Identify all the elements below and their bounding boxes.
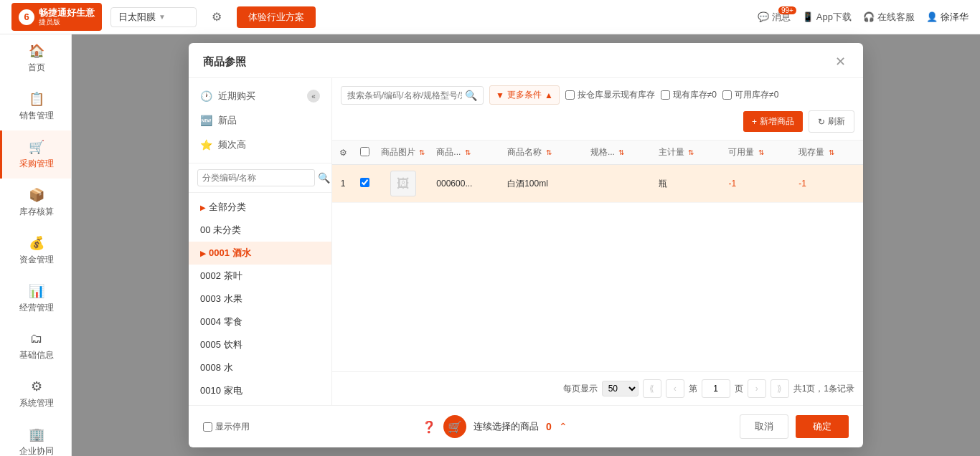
cancel-button[interactable]: 取消	[740, 414, 788, 439]
warehouse-checkbox[interactable]	[565, 90, 575, 100]
row-checkbox[interactable]	[360, 178, 369, 187]
sidebar-item-sales[interactable]: 📋 销售管理	[0, 82, 71, 130]
table-header-unit[interactable]: 主计量 ⇅	[653, 141, 723, 165]
store-name: 日太阳膜	[118, 11, 156, 24]
headset-icon: 🎧	[863, 11, 875, 22]
warehouse-checkbox-label[interactable]: 按仓库显示现有库存	[565, 89, 655, 101]
table-header-available[interactable]: 可用量 ⇅	[722, 141, 793, 165]
modal-title: 商品参照	[203, 55, 246, 69]
sidebar-item-inventory[interactable]: 📦 库存核算	[0, 179, 71, 227]
online-service-button[interactable]: 🎧 在线客服	[863, 11, 915, 24]
per-page-select[interactable]: 50 20 100	[602, 381, 639, 396]
category-search-icon[interactable]: 🔍	[318, 172, 330, 184]
collapse-footer-icon[interactable]: ⌃	[559, 421, 567, 432]
table-header-spec[interactable]: 规格... ⇅	[585, 141, 653, 165]
quick-item-new[interactable]: 🆕 新品	[189, 108, 331, 133]
cat-item-0001[interactable]: ▶ 0001 酒水	[189, 242, 331, 265]
stock-checkbox[interactable]	[661, 90, 670, 100]
quick-item-recent[interactable]: 🕐 近期购买 «	[189, 84, 331, 108]
page-suffix: 页	[735, 383, 743, 395]
new-icon: 🆕	[200, 115, 212, 126]
cat-item-0004[interactable]: 0004 零食	[189, 310, 331, 333]
avatar: 👤	[926, 11, 938, 22]
app-download-button[interactable]: 📱 App下载	[802, 11, 852, 24]
system-icon: ⚙	[31, 379, 42, 394]
sort-icon-unit: ⇅	[688, 148, 694, 156]
cat-item-0008[interactable]: 0008 水	[189, 356, 331, 379]
total-info: 共1页，1条记录	[793, 383, 854, 395]
cat-item-0008-label: 0008 水	[200, 361, 233, 374]
table-header-checkbox[interactable]	[354, 141, 375, 165]
sidebar-item-purchase[interactable]: 🛒 采购管理	[0, 130, 71, 179]
sidebar-item-finance[interactable]: 💰 资金管理	[0, 227, 71, 275]
show-disabled-text: 显示停用	[215, 421, 250, 433]
user-name: 徐泽华	[941, 11, 969, 24]
row-checkbox-cell[interactable]	[354, 165, 375, 203]
messages-button[interactable]: 💬 消息 99+	[758, 11, 791, 24]
basic-icon: 🗂	[30, 331, 43, 346]
footer-right: 取消 确定	[740, 414, 849, 439]
quick-item-recent-label: 近期购买	[218, 90, 255, 103]
table-header-settings[interactable]: ⚙	[332, 141, 354, 165]
stock-checkbox-label[interactable]: 现有库存≠0	[661, 89, 717, 101]
enterprise-icon: 🏢	[29, 427, 44, 442]
page-first-button[interactable]: ⟪	[643, 379, 661, 398]
add-product-button[interactable]: + 新增商品	[743, 111, 803, 132]
show-disabled-checkbox[interactable]	[203, 422, 212, 432]
filter-button[interactable]: ▼ 更多条件 ▲	[489, 85, 560, 105]
app-download-label: App下载	[816, 11, 852, 24]
collapse-button[interactable]: «	[307, 90, 320, 103]
sort-icon-spec: ⇅	[618, 148, 624, 156]
show-disabled-label[interactable]: 显示停用	[203, 421, 250, 433]
table-header-name[interactable]: 商品名称 ⇅	[501, 141, 585, 165]
table-header-row: ⚙ 商品图片 ⇅	[332, 141, 863, 165]
trial-button[interactable]: 体验行业方案	[237, 6, 316, 28]
modal-close-button[interactable]: ✕	[831, 53, 849, 70]
pagination: 每页显示 50 20 100 ⟪ ‹ 第 页 ›	[332, 371, 863, 405]
cat-item-0002-label: 0002 茶叶	[200, 270, 242, 282]
available-checkbox-label[interactable]: 可用库存≠0	[722, 89, 778, 101]
cat-item-0002[interactable]: 0002 茶叶	[189, 265, 331, 288]
cat-item-0005[interactable]: 0005 饮料	[189, 333, 331, 356]
product-search-input[interactable]	[347, 90, 462, 100]
select-all-checkbox[interactable]	[360, 147, 369, 156]
modal-left-panel: 🕐 近期购买 « 🆕 新品 ⭐ 频次高	[189, 78, 332, 405]
help-icon[interactable]: ❓	[422, 420, 436, 434]
table-header-image[interactable]: 商品图片 ⇅	[375, 141, 430, 165]
sidebar-item-basic[interactable]: 🗂 基础信息	[0, 323, 71, 370]
cart-button[interactable]: 🛒	[443, 415, 466, 438]
page-input[interactable]	[702, 379, 730, 398]
confirm-button[interactable]: 确定	[796, 415, 849, 438]
cat-item-0010[interactable]: 0010 家电	[189, 379, 331, 402]
available-checkbox[interactable]	[722, 90, 732, 100]
table-header-stock[interactable]: 现存量 ⇅	[793, 141, 863, 165]
inventory-icon: 📦	[29, 187, 44, 203]
table-header-code[interactable]: 商品... ⇅	[430, 141, 501, 165]
table-row[interactable]: 1 🖼 000600... 白酒100ml	[332, 165, 863, 203]
sort-icon-stock: ⇅	[829, 148, 834, 156]
page-prev-button[interactable]: ‹	[666, 379, 684, 398]
layout: 🏠 首页 📋 销售管理 🛒 采购管理 📦 库存核算 💰 资金管理 📊 经营管理 …	[0, 34, 980, 456]
sidebar-item-enterprise[interactable]: 🏢 企业协同	[0, 418, 71, 456]
page-last-button[interactable]: ⟫	[771, 379, 789, 398]
quick-item-frequent[interactable]: ⭐ 频次高	[189, 133, 331, 157]
user-menu[interactable]: 👤 徐泽华	[926, 11, 969, 24]
sales-icon: 📋	[29, 91, 44, 107]
sidebar-item-home[interactable]: 🏠 首页	[0, 34, 71, 82]
sidebar-item-business[interactable]: 📊 经营管理	[0, 275, 71, 323]
product-table: ⚙ 商品图片 ⇅	[332, 141, 863, 203]
sidebar-item-system[interactable]: ⚙ 系统管理	[0, 370, 71, 418]
cat-item-00[interactable]: 00 未分类	[189, 219, 331, 242]
cat-item-0003[interactable]: 0003 水果	[189, 288, 331, 310]
settings-icon[interactable]: ⚙	[205, 6, 228, 29]
cat-arrow-0001: ▶	[200, 250, 206, 257]
page-next-button[interactable]: ›	[748, 379, 766, 398]
category-search-input[interactable]	[197, 169, 315, 186]
cat-item-all[interactable]: ▶ 全部分类	[189, 196, 331, 219]
search-icon[interactable]: 🔍	[465, 90, 477, 101]
category-tree: ▶ 全部分类 00 未分类 ▶ 0001 酒水 0002 茶	[189, 193, 331, 405]
refresh-button[interactable]: ↻ 刷新	[809, 110, 854, 133]
store-selector[interactable]: 日太阳膜 ▼	[110, 7, 197, 27]
row-available: -1	[722, 165, 793, 203]
chevron-down-icon: ▼	[159, 13, 166, 21]
